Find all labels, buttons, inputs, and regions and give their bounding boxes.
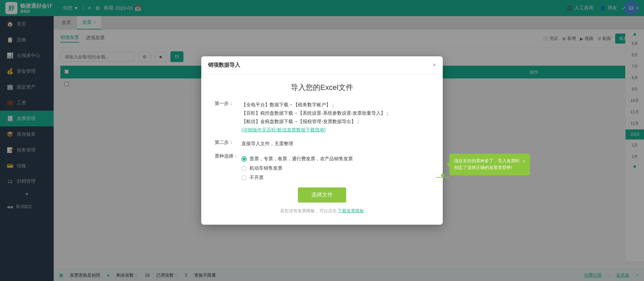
modal-close-button[interactable]: ×	[432, 62, 436, 68]
step2: 第二步： 直接导入文件，无需整理	[215, 139, 429, 148]
modal-footer: 若您没有发票模板，可以点击 下载发票模板	[215, 208, 429, 214]
ticket-normal-label: 普票，专票，卷票，通行费发票，农产品销售发票	[250, 156, 353, 162]
tooltip-connector	[436, 174, 449, 178]
ticket-motor-label: 机动车销售发票	[250, 165, 282, 171]
download-template-link[interactable]: 下载发票模板	[338, 208, 364, 213]
ticket-choice-row: 票种选择： 普票，专票，卷票，通行费发票，农产品销售发票 机动车销售发票	[215, 153, 429, 181]
import-modal: 销项数据导入 × 导入您的Excel文件 第一步： 【全电平台】数据下载→【税务…	[201, 56, 443, 225]
radio-normal-inner	[243, 158, 246, 160]
ticket-options: 普票，专票，卷票，通行费发票，农产品销售发票 机动车销售发票 不开票	[241, 156, 353, 181]
step1-content: 【全电平台】数据下载→【税务数字账户】； 【百旺】税控盘数据下载→【系统设置-系…	[241, 101, 390, 134]
tooltip-text: 现在支持的票种多了，导入发票时别忘了选择正确的发票类型呀!	[454, 158, 520, 170]
tooltip-bubble: × 现在支持的票种多了，导入发票时别忘了选择正确的发票类型呀!	[449, 154, 530, 176]
step1: 第一步： 【全电平台】数据下载→【税务数字账户】； 【百旺】税控盘数据下载→【系…	[215, 101, 429, 134]
step1-label: 第一步：	[215, 101, 241, 134]
footer-note-text: 若您没有发票模板，可以点击	[280, 208, 337, 213]
ticket-option-motor[interactable]: 机动车销售发票	[241, 165, 353, 171]
modal-main-title: 导入您的Excel文件	[215, 82, 429, 93]
tooltip-dot	[441, 174, 444, 177]
step2-label: 第二步：	[215, 139, 241, 148]
step1-line3: 【航信】金税盘数据下载→【报税管理-发票数据导出】；	[241, 117, 390, 126]
tooltip-container: × 现在支持的票种多了，导入发票时别忘了选择正确的发票类型呀!	[436, 154, 530, 178]
choose-file-button[interactable]: 选择文件	[298, 187, 346, 203]
radio-normal[interactable]	[241, 156, 247, 162]
step2-content: 直接导入文件，无需整理	[241, 139, 293, 148]
ticket-label: 票种选择：	[215, 153, 241, 181]
ticket-option-none[interactable]: 不开票	[241, 175, 353, 181]
step1-line2: 【百旺】税控盘数据下载→【系统设置-系统参数设置-发票批量导入】；	[241, 109, 390, 117]
step1-link[interactable]: (详细操作见百旺/航信发票数据下载指南)	[241, 126, 390, 134]
tooltip-line	[436, 177, 449, 178]
modal-overlay[interactable]: 销项数据导入 × 导入您的Excel文件 第一步： 【全电平台】数据下载→【税务…	[0, 0, 644, 281]
ticket-none-label: 不开票	[250, 175, 264, 181]
tooltip-close-button[interactable]: ×	[523, 158, 525, 165]
ticket-option-normal[interactable]: 普票，专票，卷票，通行费发票，农产品销售发票	[241, 156, 353, 162]
modal-title: 销项数据导入	[208, 62, 240, 69]
modal-header: 销项数据导入 ×	[201, 56, 443, 74]
radio-none[interactable]	[241, 175, 247, 180]
radio-motor[interactable]	[241, 166, 247, 171]
guide-link[interactable]: (详细操作见百旺/航信发票数据下载指南)	[241, 127, 326, 132]
step1-line1: 【全电平台】数据下载→【税务数字账户】；	[241, 101, 390, 109]
modal-body: 导入您的Excel文件 第一步： 【全电平台】数据下载→【税务数字账户】； 【百…	[201, 74, 443, 225]
